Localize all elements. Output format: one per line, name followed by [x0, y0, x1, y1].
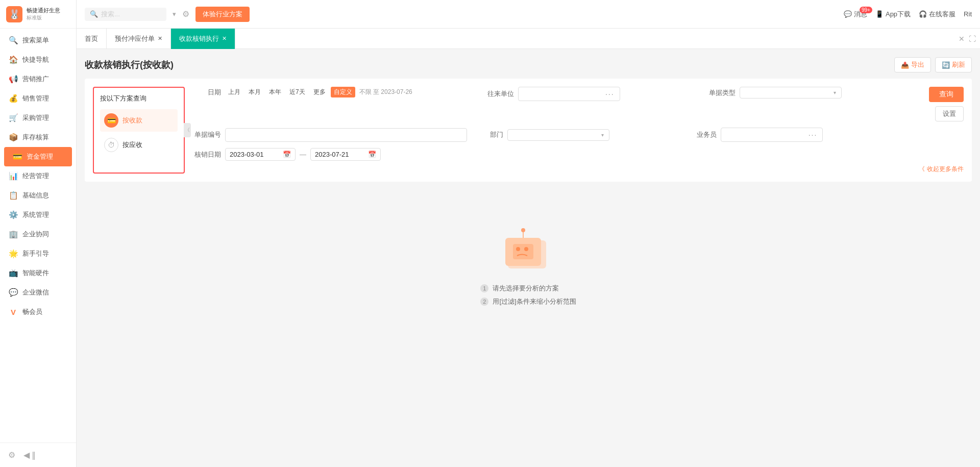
- verify-date-start-calendar-icon[interactable]: 📅: [283, 151, 291, 158]
- sidebar-item-search-menu[interactable]: 🔍 搜索菜单: [0, 31, 76, 50]
- user-menu[interactable]: Rit: [964, 10, 972, 18]
- guide-icon: 🌟: [8, 249, 18, 258]
- staff-dots-icon[interactable]: ···: [808, 131, 818, 139]
- sidebar-item-sales[interactable]: 💰 销售管理: [0, 89, 76, 108]
- doc-no-label: 单据编号: [193, 130, 221, 139]
- sidebar-item-hardware[interactable]: 📺 智能硬件: [0, 263, 76, 283]
- system-icon: ⚙️: [8, 210, 18, 219]
- marketing-icon: 📢: [8, 75, 18, 84]
- message-button[interactable]: 💬 消息 99+: [844, 10, 867, 19]
- online-service-button[interactable]: 🎧 在线客服: [919, 10, 955, 19]
- topbar-dropdown-icon[interactable]: ▾: [173, 10, 176, 18]
- member-icon: V: [8, 308, 18, 316]
- tip-item-2: 2 用[过滤]条件来缩小分析范围: [480, 295, 576, 308]
- date-this-month[interactable]: 本月: [246, 87, 264, 97]
- sidebar-item-marketing[interactable]: 📢 营销推广: [0, 69, 76, 89]
- sidebar-item-member[interactable]: V 畅会员: [0, 302, 76, 322]
- date-last-month[interactable]: 上月: [225, 87, 243, 97]
- collapse-conditions-button[interactable]: 《 收起更多条件: [919, 165, 964, 174]
- settings-button[interactable]: 设置: [935, 106, 964, 121]
- topbar-search-icon: 🔍: [90, 10, 98, 18]
- svg-rect-2: [513, 244, 533, 259]
- collapse-sidebar-icon[interactable]: ◀ ‖: [23, 450, 36, 460]
- staff-label: 业务员: [689, 130, 717, 139]
- sidebar-item-guide[interactable]: 🌟 新手引导: [0, 244, 76, 263]
- receivable-icon: ⏱: [104, 138, 118, 152]
- svg-point-6: [521, 228, 525, 232]
- operations-icon: 📊: [8, 171, 18, 181]
- topbar: 🔍 搜索... ▾ ⚙ 体验行业方案 💬 消息 99+ 📱 App下载 🎧 在线…: [77, 0, 980, 29]
- dept-label: 部门: [475, 130, 503, 139]
- tab-expand-icon[interactable]: ⛶: [969, 35, 976, 43]
- refresh-button[interactable]: 🔄 刷新: [935, 57, 972, 72]
- dept-select[interactable]: ▾: [507, 129, 609, 141]
- service-icon: 🎧: [919, 10, 927, 18]
- app-download-button[interactable]: 📱 App下载: [875, 10, 911, 19]
- verify-date-end-wrap[interactable]: 📅: [310, 148, 381, 161]
- svg-point-3: [516, 247, 520, 251]
- date-range-separator: —: [300, 151, 306, 158]
- logo-text: 畅捷通好生意 标准版: [27, 7, 60, 21]
- tab-close-all-icon[interactable]: ✕: [959, 35, 965, 43]
- date-hint: 不限 至 2023-07-26: [359, 88, 412, 96]
- settings-icon[interactable]: ⚙: [8, 450, 15, 460]
- app-icon: 📱: [875, 10, 884, 18]
- purchase-icon: 🛒: [8, 113, 18, 122]
- tip-item-1: 1 请先选择要分析的方案: [480, 282, 576, 295]
- staff-input[interactable]: ···: [721, 128, 823, 142]
- sidebar-item-wechat[interactable]: 💬 企业微信: [0, 283, 76, 302]
- finance-icon: 💳: [12, 152, 22, 161]
- collapse-query-panel-btn[interactable]: 《: [184, 123, 191, 137]
- sidebar-item-operations[interactable]: 📊 经营管理: [0, 166, 76, 186]
- verify-date-start-wrap[interactable]: 📅: [225, 148, 296, 161]
- tab-close-prepay[interactable]: ✕: [158, 35, 162, 42]
- verify-date-label: 核销日期: [193, 150, 221, 159]
- collapse-icon: 《: [919, 165, 925, 174]
- solution-button[interactable]: 体验行业方案: [195, 7, 250, 22]
- filter-panel: 按以下方案查询 💳 按收款 ⏱ 按应收 《 日期: [85, 79, 972, 182]
- partner-dots-icon[interactable]: ···: [605, 90, 615, 98]
- logo-icon: 🐰: [6, 6, 22, 22]
- topbar-right: 💬 消息 99+ 📱 App下载 🎧 在线客服 Rit: [844, 10, 972, 19]
- date-custom[interactable]: 自定义: [331, 87, 355, 97]
- page-content: 收款核销执行(按收款) 📤 导出 🔄 刷新 按以下方案查询 💳 按收款: [77, 49, 980, 467]
- search-menu-icon: 🔍: [8, 36, 18, 45]
- page-header: 收款核销执行(按收款) 📤 导出 🔄 刷新: [85, 57, 972, 72]
- verify-date-start-input[interactable]: [230, 151, 281, 158]
- sidebar-item-system[interactable]: ⚙️ 系统管理: [0, 205, 76, 225]
- page-actions: 📤 导出 🔄 刷新: [894, 57, 972, 72]
- partner-input[interactable]: ···: [518, 87, 620, 101]
- query-type-panel: 按以下方案查询 💳 按收款 ⏱ 按应收 《: [93, 87, 185, 174]
- tab-close-receivable[interactable]: ✕: [222, 35, 227, 42]
- sidebar-item-purchase[interactable]: 🛒 采购管理: [0, 108, 76, 128]
- date-more[interactable]: 更多: [310, 87, 329, 97]
- date-this-year[interactable]: 本年: [266, 87, 284, 97]
- refresh-icon: 🔄: [942, 61, 950, 69]
- tabs-actions: ✕ ⛶: [954, 35, 980, 43]
- sidebar-item-enterprise[interactable]: 🏢 企业协同: [0, 225, 76, 244]
- inventory-icon: 📦: [8, 133, 18, 142]
- quick-nav-icon: 🏠: [8, 55, 18, 64]
- verify-date-end-input[interactable]: [315, 151, 366, 158]
- tab-receivable[interactable]: 收款核销执行 ✕: [171, 29, 235, 49]
- tab-home[interactable]: 首页: [77, 29, 107, 49]
- sidebar-item-basic-info[interactable]: 📋 基础信息: [0, 186, 76, 205]
- sidebar-item-finance[interactable]: 💳 资金管理: [4, 147, 72, 166]
- export-button[interactable]: 📤 导出: [894, 57, 931, 72]
- query-button[interactable]: 查询: [929, 87, 964, 102]
- verify-date-end-calendar-icon[interactable]: 📅: [368, 151, 376, 158]
- doc-no-input[interactable]: [225, 128, 467, 142]
- doc-type-select[interactable]: ▾: [740, 87, 842, 99]
- topbar-search[interactable]: 🔍 搜索...: [85, 8, 166, 21]
- sidebar-item-inventory[interactable]: 📦 库存核算: [0, 128, 76, 147]
- sidebar: 🐰 畅捷通好生意 标准版 🔍 搜索菜单 🏠 快捷导航 📢 营销推广 💰 销售管理…: [0, 0, 77, 467]
- topbar-gear-icon[interactable]: ⚙: [182, 9, 189, 19]
- date-7days[interactable]: 近7天: [286, 87, 308, 97]
- tab-prepay[interactable]: 预付冲应付单 ✕: [107, 29, 171, 49]
- basic-info-icon: 📋: [8, 191, 18, 200]
- sidebar-item-quick-nav[interactable]: 🏠 快捷导航: [0, 50, 76, 69]
- query-type-by-receipt[interactable]: 💳 按收款: [100, 109, 178, 132]
- query-type-by-receivable[interactable]: ⏱ 按应收: [100, 134, 178, 156]
- doc-type-label: 单据类型: [707, 88, 736, 97]
- message-icon: 💬: [844, 10, 852, 18]
